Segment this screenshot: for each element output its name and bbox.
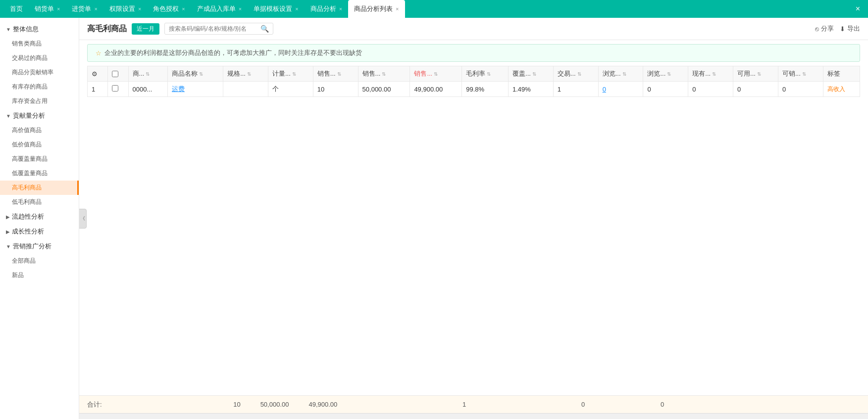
sort-icon: ⇅: [757, 71, 761, 77]
col-sales-amount[interactable]: 销售...⇅: [358, 66, 410, 82]
sort-icon: ⇅: [434, 71, 438, 77]
sort-icon: ⇅: [712, 71, 716, 77]
sidebar-item-high-margin[interactable]: 高毛利商品: [0, 181, 79, 195]
export-button[interactable]: ⬇ 导出: [840, 24, 860, 33]
sidebar-collapse-button[interactable]: 《: [79, 209, 87, 229]
close-icon[interactable]: ×: [295, 6, 298, 12]
close-icon[interactable]: ×: [339, 6, 342, 12]
col-view2[interactable]: 浏览...⇅: [643, 66, 688, 82]
col-checkbox[interactable]: [107, 66, 128, 82]
close-icon[interactable]: ×: [239, 6, 242, 12]
sort-icon: ⇅: [577, 71, 581, 77]
sort-icon: ⇅: [667, 71, 671, 77]
sidebar-group-contribution[interactable]: ▼ 贡献量分析: [0, 108, 79, 123]
cell-unit: 个: [268, 82, 313, 97]
sidebar-item-stock-capital[interactable]: 库存资金占用: [0, 94, 79, 108]
search-input[interactable]: [169, 25, 260, 32]
sidebar-item-all-goods[interactable]: 全部商品: [0, 254, 79, 268]
cell-sales-qty: 10: [313, 82, 358, 97]
horizontal-scrollbar[interactable]: [79, 413, 868, 419]
sidebar-item-new-goods[interactable]: 新品: [0, 268, 79, 282]
col-name[interactable]: 商品名称⇅: [168, 66, 223, 82]
sort-icon: ⇅: [292, 71, 296, 77]
sidebar-item-traded-goods[interactable]: 交易过的商品: [0, 51, 79, 65]
sidebar-item-low-coverage[interactable]: 低覆盖量商品: [0, 166, 79, 181]
expand-icon: ▼: [6, 244, 11, 249]
cell-checkbox[interactable]: [107, 82, 128, 97]
col-coverage[interactable]: 覆盖...⇅: [509, 66, 554, 82]
search-icon[interactable]: 🔍: [260, 25, 269, 33]
sidebar-item-low-value[interactable]: 低价值商品: [0, 138, 79, 152]
content-header: 高毛利商品 近一月 🔍 ⎋ 分享 ⬇ 导出: [79, 18, 868, 40]
expand-icon: ▶: [6, 229, 10, 234]
col-view1[interactable]: 浏览...⇅: [598, 66, 643, 82]
period-button[interactable]: 近一月: [132, 23, 159, 35]
select-all-checkbox[interactable]: [112, 71, 118, 77]
window-close-button[interactable]: ×: [852, 4, 864, 13]
expand-icon: ▼: [6, 27, 11, 32]
info-banner: ☆ 企业的主要的利润都是这部分商品创造的，可考虑加大推广，同时关注库存是不要出现…: [87, 44, 860, 62]
col-tag[interactable]: 标签: [823, 66, 860, 82]
nav-role-auth[interactable]: 角色授权 ×: [147, 0, 191, 18]
header-actions: ⎋ 分享 ⬇ 导出: [815, 24, 860, 33]
col-spec[interactable]: 规格...⇅: [223, 66, 268, 82]
sidebar-item-low-margin[interactable]: 低毛利商品: [0, 195, 79, 209]
nav-permission-setting[interactable]: 权限设置 ×: [103, 0, 147, 18]
footer-sales-qty: 10: [211, 401, 251, 408]
cell-name[interactable]: 运费: [168, 82, 223, 97]
footer-current-stock: 0: [555, 401, 595, 408]
cell-view2: 0: [643, 82, 688, 97]
sort-icon: ⇅: [382, 71, 386, 77]
sidebar-item-stocked-goods[interactable]: 有库存的商品: [0, 80, 79, 94]
close-icon[interactable]: ×: [396, 6, 399, 12]
col-sales-cost[interactable]: 销售...⇅: [410, 66, 462, 82]
share-button[interactable]: ⎋ 分享: [815, 24, 834, 33]
sort-icon: ⇅: [337, 71, 341, 77]
sort-icon: ⇅: [532, 71, 536, 77]
sidebar-item-goods-contribution[interactable]: 商品分贡献销率: [0, 65, 79, 80]
col-settings[interactable]: ⚙: [88, 66, 108, 82]
nav-template-setting[interactable]: 单据模板设置 ×: [248, 0, 304, 18]
col-transaction[interactable]: 交易...⇅: [553, 66, 598, 82]
nav-product-analysis[interactable]: 商品分析 ×: [305, 0, 348, 18]
close-icon[interactable]: ×: [57, 6, 60, 12]
sidebar-item-sales-goods[interactable]: 销售类商品: [0, 37, 79, 51]
sort-icon: ⇅: [247, 71, 251, 77]
sidebar-group-trend[interactable]: ▶ 流趋性分析: [0, 209, 79, 224]
sidebar-group-marketing[interactable]: ▼ 营销推广分析: [0, 239, 79, 254]
col-code[interactable]: 商...⇅: [128, 66, 168, 82]
footer-summary: 合计: 10 50,000.00 49,900.00 1 0 0: [79, 395, 868, 413]
col-sales-qty[interactable]: 销售...⇅: [313, 66, 358, 82]
nav-sales-order[interactable]: 销货单 ×: [29, 0, 66, 18]
main-layout: ▼ 整体信息 销售类商品 交易过的商品 商品分贡献销率 有库存的商品 库存资金占…: [0, 18, 868, 419]
sidebar-group-growth[interactable]: ▶ 成长性分析: [0, 224, 79, 239]
sidebar-group-overview[interactable]: ▼ 整体信息: [0, 22, 79, 37]
nav-home[interactable]: 首页: [4, 0, 29, 18]
sidebar: ▼ 整体信息 销售类商品 交易过的商品 商品分贡献销率 有库存的商品 库存资金占…: [0, 18, 79, 419]
col-sellable-stock[interactable]: 可销...⇅: [778, 66, 823, 82]
close-icon[interactable]: ×: [138, 6, 141, 12]
close-icon[interactable]: ×: [182, 6, 185, 12]
sidebar-item-high-coverage[interactable]: 高覆盖量商品: [0, 152, 79, 166]
search-wrap: 🔍: [164, 23, 273, 35]
expand-icon: ▶: [6, 214, 10, 220]
nav-purchase-order[interactable]: 进货单 ×: [66, 0, 103, 18]
col-gross-margin[interactable]: 毛利率⇅: [462, 66, 509, 82]
close-icon[interactable]: ×: [94, 6, 97, 12]
cell-tag: 高收入: [823, 82, 860, 97]
row-checkbox[interactable]: [112, 85, 118, 92]
cell-view1[interactable]: 0: [598, 82, 643, 97]
col-unit[interactable]: 计量...⇅: [268, 66, 313, 82]
col-available-stock[interactable]: 可用...⇅: [733, 66, 778, 82]
sort-icon: ⇅: [487, 71, 491, 77]
nav-product-analysis-list[interactable]: 商品分析列表 ×: [348, 0, 405, 18]
content-area: 《 高毛利商品 近一月 🔍 ⎋ 分享 ⬇ 导出 ☆ 企: [79, 18, 868, 419]
sidebar-item-high-value[interactable]: 高价值商品: [0, 123, 79, 138]
nav-product-warehouse[interactable]: 产成品入库单 ×: [191, 0, 248, 18]
cell-sellable-stock: 0: [778, 82, 823, 97]
footer-sales-amount: 50,000.00: [251, 401, 299, 408]
page-title: 高毛利商品: [87, 24, 127, 34]
export-icon: ⬇: [840, 25, 845, 33]
share-icon: ⎋: [815, 25, 819, 33]
col-current-stock[interactable]: 现有...⇅: [688, 66, 733, 82]
